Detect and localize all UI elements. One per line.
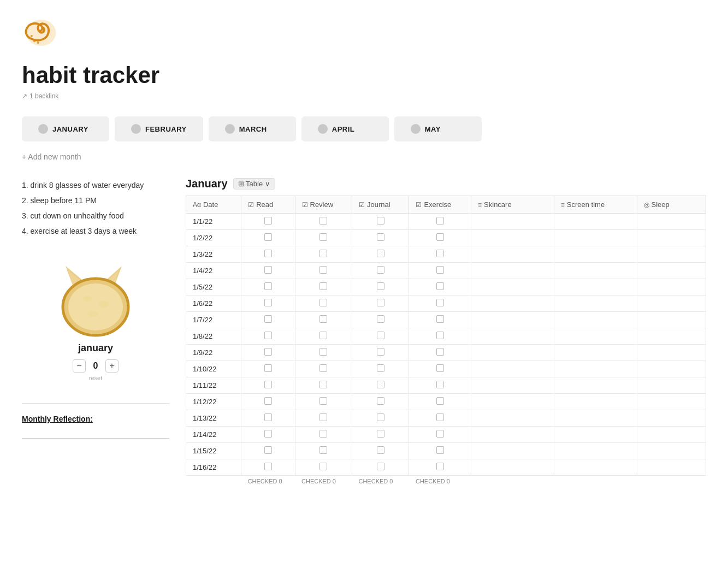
sleep-cell	[637, 427, 706, 443]
month-card-april[interactable]: APRIL	[301, 116, 389, 141]
exercise-checkbox[interactable]	[436, 397, 444, 405]
read-checkbox[interactable]	[264, 233, 272, 241]
journal-checkbox[interactable]	[377, 266, 384, 274]
month-card-january[interactable]: JANUARY	[22, 116, 109, 141]
review-cell	[295, 443, 352, 459]
page-title: habit tracker	[22, 62, 706, 89]
review-checkbox[interactable]	[319, 299, 327, 306]
exercise-cell	[409, 361, 471, 377]
read-checkbox[interactable]	[264, 217, 272, 224]
review-cell	[295, 279, 352, 296]
journal-checkbox[interactable]	[377, 397, 384, 405]
read-checkbox[interactable]	[264, 282, 272, 290]
journal-checkbox[interactable]	[377, 364, 384, 372]
habit-list: 1. drink 8 glasses of water everyday 2. …	[22, 178, 169, 239]
exercise-checkbox[interactable]	[436, 332, 444, 339]
read-cell	[241, 443, 295, 459]
sleep-cell	[637, 394, 706, 410]
add-month-button[interactable]: + Add new month	[22, 152, 81, 161]
journal-checkbox[interactable]	[377, 250, 384, 257]
read-cell	[241, 214, 295, 230]
exercise-checkbox[interactable]	[436, 250, 444, 257]
col-header-journal: ☑Journal	[352, 196, 409, 214]
svg-point-9	[88, 311, 98, 317]
journal-checkbox[interactable]	[377, 282, 384, 290]
exercise-checkbox[interactable]	[436, 413, 444, 421]
exercise-checkbox[interactable]	[436, 381, 444, 388]
read-checkbox[interactable]	[264, 315, 272, 323]
exercise-checkbox[interactable]	[436, 446, 444, 454]
exercise-checkbox[interactable]	[436, 364, 444, 372]
journal-checkbox[interactable]	[377, 299, 384, 306]
review-checkbox[interactable]	[319, 413, 327, 421]
exercise-checkbox[interactable]	[436, 299, 444, 306]
reset-label[interactable]: reset	[89, 375, 102, 381]
col-header-date: AαDate	[186, 196, 241, 214]
read-checkbox[interactable]	[264, 348, 272, 356]
table-view-button[interactable]: ⊞ Table ∨	[233, 178, 275, 190]
read-cell	[241, 263, 295, 279]
backlink[interactable]: ↗ 1 backlink	[22, 92, 706, 100]
screentime-cell	[554, 214, 637, 230]
month-card-may[interactable]: MAY	[394, 116, 482, 141]
journal-checkbox[interactable]	[377, 233, 384, 241]
exercise-checkbox[interactable]	[436, 348, 444, 356]
exercise-checkbox[interactable]	[436, 217, 444, 224]
review-checkbox[interactable]	[319, 315, 327, 323]
table-row: 1/3/22	[186, 246, 706, 263]
read-checkbox[interactable]	[264, 463, 272, 470]
review-checkbox[interactable]	[319, 397, 327, 405]
exercise-checkbox[interactable]	[436, 266, 444, 274]
increment-button[interactable]: +	[105, 359, 119, 373]
review-checkbox[interactable]	[319, 233, 327, 241]
exercise-checkbox[interactable]	[436, 233, 444, 241]
svg-point-6	[68, 283, 123, 330]
exercise-checkbox[interactable]	[436, 430, 444, 438]
journal-checkbox[interactable]	[377, 413, 384, 421]
footer-row: CHECKED 0 CHECKED 0 CHECKED 0 CHECKED 0	[186, 476, 706, 487]
read-checkbox[interactable]	[264, 397, 272, 405]
read-checkbox[interactable]	[264, 430, 272, 438]
journal-checkbox[interactable]	[377, 315, 384, 323]
exercise-checkbox[interactable]	[436, 282, 444, 290]
review-checkbox[interactable]	[319, 282, 327, 290]
read-checkbox[interactable]	[264, 364, 272, 372]
col-header-skincare: ≡Skincare	[471, 196, 554, 214]
month-card-march[interactable]: MARCH	[209, 116, 296, 141]
review-checkbox[interactable]	[319, 250, 327, 257]
review-checkbox[interactable]	[319, 266, 327, 274]
date-cell: 1/1/22	[186, 214, 241, 230]
bread-image-container: january − 0 + reset	[22, 255, 169, 392]
review-checkbox[interactable]	[319, 446, 327, 454]
read-checkbox[interactable]	[264, 446, 272, 454]
read-checkbox[interactable]	[264, 299, 272, 306]
review-cell	[295, 246, 352, 263]
journal-checkbox[interactable]	[377, 430, 384, 438]
read-checkbox[interactable]	[264, 413, 272, 421]
exercise-cell	[409, 459, 471, 476]
read-checkbox[interactable]	[264, 381, 272, 388]
month-card-february[interactable]: FEBRUARY	[115, 116, 203, 141]
exercise-checkbox[interactable]	[436, 463, 444, 470]
date-col-icon: Aα	[193, 201, 201, 209]
journal-checkbox[interactable]	[377, 446, 384, 454]
review-checkbox[interactable]	[319, 381, 327, 388]
read-cell	[241, 279, 295, 296]
decrement-button[interactable]: −	[73, 359, 86, 373]
review-checkbox[interactable]	[319, 463, 327, 470]
journal-checkbox[interactable]	[377, 463, 384, 470]
journal-checkbox[interactable]	[377, 217, 384, 224]
journal-checkbox[interactable]	[377, 348, 384, 356]
review-checkbox[interactable]	[319, 348, 327, 356]
journal-checkbox[interactable]	[377, 381, 384, 388]
review-checkbox[interactable]	[319, 364, 327, 372]
review-checkbox[interactable]	[319, 332, 327, 339]
exercise-cell	[409, 377, 471, 394]
review-checkbox[interactable]	[319, 430, 327, 438]
journal-checkbox[interactable]	[377, 332, 384, 339]
exercise-checkbox[interactable]	[436, 315, 444, 323]
read-checkbox[interactable]	[264, 266, 272, 274]
read-checkbox[interactable]	[264, 332, 272, 339]
read-checkbox[interactable]	[264, 250, 272, 257]
review-checkbox[interactable]	[319, 217, 327, 224]
